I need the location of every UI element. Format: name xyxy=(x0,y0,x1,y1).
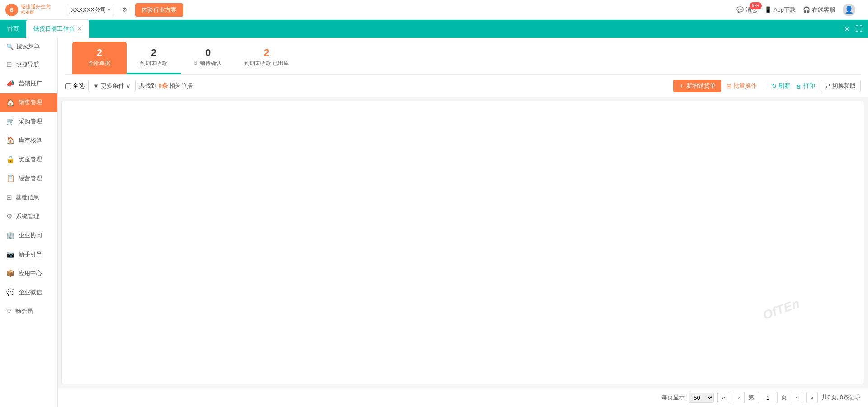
sidebar-item-wechat-label: 企业微信 xyxy=(19,288,42,296)
sidebar-item-quick-nav[interactable]: ⊞ 快捷导航 xyxy=(0,55,57,74)
sidebar-item-operations[interactable]: 📋 经营管理 xyxy=(0,169,57,188)
trial-button[interactable]: 体验行业方案 xyxy=(135,3,183,17)
add-sales-order-button[interactable]: ＋ 新增销货单 xyxy=(673,80,721,92)
grid-icon: ⊞ xyxy=(6,61,12,69)
system-icon: ⚙ xyxy=(6,212,12,220)
sidebar-item-purchase-label: 采购管理 xyxy=(19,117,42,126)
stat-pending-label: 旺铺待确认 xyxy=(190,60,226,67)
top-header: 6 畅捷通好生意 标准版 XXXXXX公司 ▾ ⚙ 体验行业方案 💬 消息 99… xyxy=(0,0,868,20)
prev-page-button[interactable]: ‹ xyxy=(733,392,745,403)
refresh-label: 刷新 xyxy=(778,82,790,90)
stat-tab-all[interactable]: 2 全部单据 xyxy=(72,42,127,74)
stat-tab-not-shipped[interactable]: 2 到期未收款 已出库 xyxy=(235,42,298,74)
print-icon: 🖨 xyxy=(796,83,802,89)
stat-tab-overdue[interactable]: 2 到期未收款 xyxy=(127,42,181,74)
sidebar-item-basic-info[interactable]: ⊟ 基础信息 xyxy=(0,188,57,207)
basic-info-icon: ⊟ xyxy=(6,193,12,201)
add-icon: ＋ xyxy=(679,82,684,90)
settings-button[interactable]: ⚙ xyxy=(118,3,132,17)
sidebar-item-purchase[interactable]: 🛒 采购管理 xyxy=(0,112,57,131)
sidebar-item-sales-label: 销售管理 xyxy=(19,98,42,107)
operations-icon: 📋 xyxy=(6,174,15,182)
tab-close-icon[interactable]: ✕ xyxy=(77,26,82,32)
last-page-button[interactable]: » xyxy=(806,392,818,403)
switch-icon: ⇄ xyxy=(826,83,830,89)
sidebar-item-guide-label: 新手引导 xyxy=(19,250,42,258)
refresh-icon: ↻ xyxy=(772,83,777,89)
sidebar-item-member[interactable]: ▽ 畅会员 xyxy=(0,302,57,321)
filter-button[interactable]: ▼ 更多条件 ∨ xyxy=(88,80,136,92)
stats-tabs-wrapper: 2 全部单据 2 到期未收款 0 旺铺待确认 2 到期未收款 已出库 xyxy=(58,38,868,75)
member-icon: ▽ xyxy=(6,307,12,315)
sales-icon: 🏠 xyxy=(6,98,15,107)
next-page-button[interactable]: › xyxy=(791,392,802,403)
per-page-label: 每页显示 xyxy=(661,393,685,402)
select-all-checkbox-label[interactable]: 全选 xyxy=(65,82,85,90)
sidebar-item-inventory[interactable]: 🏠 库存核算 xyxy=(0,131,57,150)
logo-icon: 6 xyxy=(5,4,18,16)
online-service-label: 在线客服 xyxy=(812,6,835,14)
app-download-button[interactable]: 📱 App下载 xyxy=(764,6,796,14)
select-all-checkbox[interactable] xyxy=(65,83,71,89)
sidebar-item-wechat[interactable]: 💬 企业微信 xyxy=(0,283,57,302)
stat-overdue-label: 到期未收款 xyxy=(136,60,172,67)
tab-work-bench-label: 钱货日清工作台 xyxy=(33,25,75,33)
sidebar: 🔍 搜索菜单 ⊞ 快捷导航 📣 营销推广 🏠 销售管理 🛒 采购管理 🏠 库存核… xyxy=(0,38,58,407)
tab-bar-right: ✕ ⛶ xyxy=(844,25,868,33)
sidebar-item-app-center[interactable]: 📦 应用中心 xyxy=(0,264,57,283)
app-center-icon: 📦 xyxy=(6,269,15,277)
logo-line2: 标准版 xyxy=(21,9,51,16)
company-selector[interactable]: XXXXXX公司 ▾ xyxy=(67,4,114,16)
first-page-button[interactable]: « xyxy=(717,392,729,403)
sidebar-item-system[interactable]: ⚙ 系统管理 xyxy=(0,207,57,226)
found-text: 共找到 0条 相关单据 xyxy=(139,82,193,90)
messages-badge: 99+ xyxy=(750,2,762,9)
divider xyxy=(764,82,764,89)
chevron-down-icon: ▾ xyxy=(108,7,110,12)
cooperation-icon: 🏢 xyxy=(6,231,15,239)
content-area: 2 全部单据 2 到期未收款 0 旺铺待确认 2 到期未收款 已出库 xyxy=(58,38,868,407)
found-count: 0条 xyxy=(159,82,170,89)
switch-label: 切换新版 xyxy=(832,82,856,90)
stat-not-shipped-number: 2 xyxy=(244,47,289,59)
guide-icon: 📷 xyxy=(6,250,15,258)
sidebar-item-marketing[interactable]: 📣 营销推广 xyxy=(0,74,57,93)
refresh-button[interactable]: ↻ 刷新 xyxy=(772,82,790,90)
gear-icon: ⚙ xyxy=(122,6,127,13)
filter-label: 更多条件 xyxy=(101,82,124,90)
sidebar-item-inventory-label: 库存核算 xyxy=(19,136,42,145)
sidebar-item-basic-info-label: 基础信息 xyxy=(16,193,39,201)
messages-button[interactable]: 💬 消息 99+ xyxy=(736,6,757,14)
inventory-icon: 🏠 xyxy=(6,136,15,145)
sidebar-item-member-label: 畅会员 xyxy=(15,307,33,315)
tab-expand-icon[interactable]: ⛶ xyxy=(855,25,863,33)
per-page-select[interactable]: 50 20 100 xyxy=(689,393,714,403)
page-label: 第 xyxy=(748,393,754,402)
sidebar-item-guide[interactable]: 📷 新手引导 xyxy=(0,245,57,264)
filter-icon: ▼ xyxy=(93,83,99,89)
stat-not-shipped-label: 到期未收款 已出库 xyxy=(244,60,289,67)
logo-area: 6 畅捷通好生意 标准版 xyxy=(5,4,63,16)
online-service-button[interactable]: 🎧 在线客服 xyxy=(803,6,835,14)
tab-work-bench[interactable]: 钱货日清工作台 ✕ xyxy=(26,20,89,38)
page-input[interactable] xyxy=(758,392,778,403)
tab-home[interactable]: 首页 xyxy=(0,20,26,38)
tab-close-window-icon[interactable]: ✕ xyxy=(844,25,850,33)
header-right: 💬 消息 99+ 📱 App下载 🎧 在线客服 👤 xyxy=(736,4,863,16)
batch-operation-button[interactable]: ⊞ 批量操作 xyxy=(726,82,757,90)
sidebar-item-finance[interactable]: 🔒 资金管理 xyxy=(0,150,57,169)
add-sales-order-label: 新增销货单 xyxy=(686,82,716,90)
stat-tab-pending[interactable]: 0 旺铺待确认 xyxy=(181,42,235,74)
sidebar-item-operations-label: 经营管理 xyxy=(19,174,42,182)
sidebar-item-cooperation-label: 企业协同 xyxy=(19,231,42,239)
pagination-bar: 每页显示 50 20 100 « ‹ 第 页 › » 共0页, 0条记录 xyxy=(58,388,868,407)
wechat-icon: 💬 xyxy=(6,288,15,296)
switch-version-button[interactable]: ⇄ 切换新版 xyxy=(821,80,861,92)
sidebar-item-cooperation[interactable]: 🏢 企业协同 xyxy=(0,226,57,245)
print-button[interactable]: 🖨 打印 xyxy=(796,82,815,90)
sidebar-search[interactable]: 🔍 搜索菜单 xyxy=(0,38,57,55)
company-name: XXXXXX公司 xyxy=(71,6,106,14)
message-icon: 💬 xyxy=(736,6,744,13)
avatar[interactable]: 👤 xyxy=(843,4,855,16)
sidebar-item-sales[interactable]: 🏠 销售管理 xyxy=(0,93,57,112)
